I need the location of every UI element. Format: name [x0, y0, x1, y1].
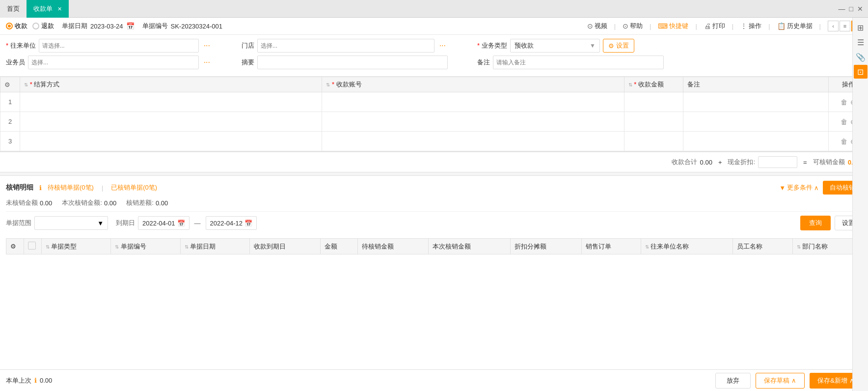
- pending-tab-link[interactable]: 待核销单据(0笔): [48, 183, 94, 192]
- tab-receipt[interactable]: 收款单 ✕: [27, 0, 69, 18]
- video-button[interactable]: ⊙ 视频: [587, 22, 607, 30]
- operation-icon: ⋮: [740, 22, 747, 30]
- row-3-delete-icon[interactable]: 🗑: [841, 138, 847, 145]
- radio-shoukuan[interactable]: 收款: [6, 22, 27, 30]
- row-3-remark[interactable]: [683, 132, 828, 151]
- due-date-to-input[interactable]: 2022-04-12 📅: [206, 216, 257, 230]
- right-sidebar: ⊞ ☰ 📎 ⊡: [852, 18, 868, 391]
- sidebar-scan-icon[interactable]: ⊡: [854, 65, 868, 79]
- row-2-remark[interactable]: [683, 112, 828, 132]
- col-amount-b: 金额: [321, 239, 358, 254]
- form-row-1: * 往来单位 ··· 门店 ··· * 业务类型 预收款: [6, 39, 862, 53]
- table-gear-icon[interactable]: ⚙: [4, 81, 10, 88]
- window-controls: — □ ✕: [839, 5, 868, 13]
- main-table: ⚙ ⇅ * 结算方式 ⇅ * 收款账号 ⇅ * 收款: [0, 77, 868, 151]
- tab-home[interactable]: 首页: [0, 0, 27, 18]
- row-1-amount[interactable]: [624, 92, 683, 112]
- layout-prev-icon[interactable]: ‹: [828, 21, 839, 31]
- counterpart-input[interactable]: [39, 39, 199, 53]
- print-icon: 🖨: [704, 22, 711, 30]
- col-current-b: 本次核销金额: [429, 239, 511, 254]
- current-stat: 本次核销金额: 0.00: [62, 198, 116, 207]
- status-info-icon[interactable]: ℹ: [34, 377, 37, 384]
- col-account: ⇅ * 收款账号: [322, 77, 624, 92]
- col-amount: ⇅ * 收款金额: [624, 77, 683, 92]
- save-new-label: 保存&新增: [817, 376, 847, 385]
- row-2-delete-icon[interactable]: 🗑: [841, 118, 847, 126]
- minimize-button[interactable]: —: [839, 5, 845, 13]
- store-more-icon[interactable]: ···: [437, 41, 448, 50]
- col-staff-b: 员工名称: [733, 239, 792, 254]
- query-button[interactable]: 查询: [800, 216, 831, 230]
- more-conditions-button[interactable]: ▼ 更多条件 ∧: [779, 183, 819, 192]
- sidebar-list-icon[interactable]: ☰: [854, 35, 868, 49]
- col-counterpart-b: ⇅ 往来单位名称: [641, 239, 733, 254]
- col-settlement: ⇅ * 结算方式: [20, 77, 322, 92]
- settings-button[interactable]: ⚙ 设置: [603, 39, 634, 53]
- radio-tuikuan[interactable]: 退款: [32, 22, 54, 30]
- due-date-label: 到期日: [116, 219, 135, 227]
- date-label: 单据日期: [62, 22, 87, 30]
- help-button[interactable]: ⊙ 帮助: [623, 22, 643, 30]
- reconcile-info-icon[interactable]: ℹ: [39, 184, 42, 192]
- history-label: 历史单据: [787, 22, 813, 30]
- remark-input[interactable]: [493, 56, 664, 69]
- row-1-delete-icon[interactable]: 🗑: [841, 98, 847, 106]
- summary-input[interactable]: [257, 56, 448, 69]
- row-3-settlement[interactable]: [20, 132, 322, 151]
- print-button[interactable]: 🖨 打印: [704, 22, 725, 30]
- business-type-select[interactable]: 预收款 ▼: [510, 39, 600, 53]
- sidebar-table-icon[interactable]: ⊞: [854, 21, 868, 34]
- row-2-amount[interactable]: [624, 112, 683, 132]
- close-button[interactable]: ✕: [857, 5, 863, 13]
- business-type-field: * 业务类型 预收款 ▼ ⚙ 设置: [477, 39, 634, 53]
- col-remark: 备注: [683, 77, 828, 92]
- diff-value: 0.00: [156, 199, 168, 207]
- current-label: 本次核销金额:: [62, 198, 102, 207]
- shortcut-button[interactable]: ⌨ 快捷键: [658, 22, 688, 30]
- discount-label: 现金折扣:: [728, 158, 755, 167]
- col-gear-bottom[interactable]: ⚙: [6, 239, 24, 254]
- save-draft-button[interactable]: 保存草稿 ∧: [756, 373, 805, 389]
- store-label: 门店: [242, 41, 254, 50]
- date-range-select[interactable]: ▼: [34, 216, 108, 230]
- discount-calc: 现金折扣:: [728, 156, 797, 168]
- calendar-icon[interactable]: 📅: [126, 22, 135, 30]
- row-2-account[interactable]: [322, 112, 624, 132]
- bottom-gear-icon[interactable]: ⚙: [10, 243, 16, 250]
- form-area: * 往来单位 ··· 门店 ··· * 业务类型 预收款: [0, 35, 868, 77]
- calendar-from-icon[interactable]: 📅: [177, 220, 185, 227]
- row-1-remark[interactable]: [683, 92, 828, 112]
- operation-button[interactable]: ⋮ 操作: [740, 22, 761, 30]
- tab-receipt-label: 收款单: [33, 0, 53, 18]
- history-icon: 📋: [777, 22, 786, 30]
- store-input[interactable]: [257, 39, 434, 53]
- discard-button[interactable]: 放弃: [715, 373, 751, 389]
- row-3-account[interactable]: [322, 132, 624, 151]
- row-1-account[interactable]: [322, 92, 624, 112]
- layout-list-icon[interactable]: ≡: [840, 21, 850, 31]
- table-footer: 收款合计 0.00 + 现金折扣: = 可核销金额 0.00: [0, 152, 868, 172]
- calendar-to-icon[interactable]: 📅: [244, 220, 252, 227]
- filter-icon: ▼: [779, 184, 786, 192]
- discount-input[interactable]: [758, 156, 797, 168]
- sidebar-attachment-icon[interactable]: 📎: [854, 50, 868, 64]
- row-1-settlement[interactable]: [20, 92, 322, 112]
- col-settings[interactable]: ⚙: [0, 77, 20, 92]
- print-label: 打印: [712, 22, 725, 30]
- tab-close-icon[interactable]: ✕: [57, 0, 62, 18]
- counterpart-more-icon[interactable]: ···: [202, 41, 212, 50]
- staff-input[interactable]: [28, 56, 199, 69]
- status-value: 0.00: [40, 377, 52, 384]
- due-date-from-input[interactable]: 2022-04-01 📅: [138, 216, 190, 230]
- history-button[interactable]: 📋 历史单据: [777, 22, 813, 30]
- row-2-settlement[interactable]: [20, 112, 322, 132]
- row-3-amount[interactable]: [624, 132, 683, 151]
- staff-more-icon[interactable]: ···: [202, 58, 212, 67]
- done-tab-link[interactable]: 已核销单据(0笔): [111, 183, 157, 192]
- maximize-button[interactable]: □: [849, 5, 853, 13]
- unreconciled-value: 0.00: [40, 199, 52, 207]
- date-field: 单据日期 2023-03-24 📅: [62, 22, 135, 30]
- select-all-checkbox[interactable]: [28, 242, 36, 250]
- radio-shoukuan-circle: [6, 23, 13, 29]
